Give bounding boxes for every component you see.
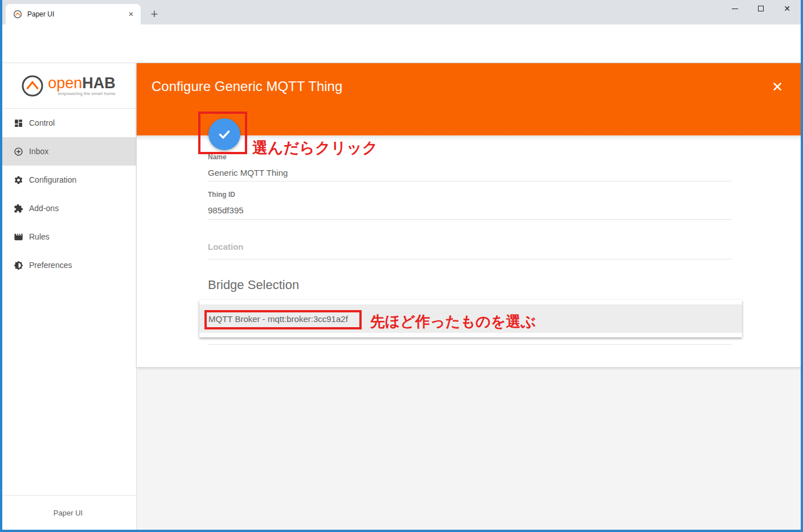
logo-open-text: open bbox=[48, 75, 82, 92]
annotation-text-bridge: 先ほど作ったものを選ぶ bbox=[370, 312, 536, 332]
gear-icon bbox=[14, 175, 23, 185]
bridge-field-underline bbox=[208, 344, 732, 345]
sidebar-item-label: Configuration bbox=[29, 175, 76, 184]
window-border-left bbox=[0, 0, 2, 532]
minimize-icon bbox=[732, 9, 738, 9]
name-field-input[interactable]: Generic MQTT Thing bbox=[208, 168, 288, 178]
puzzle-icon bbox=[14, 204, 23, 213]
dashboard-icon bbox=[14, 118, 23, 128]
sidebar-item-preferences[interactable]: Preferences bbox=[0, 251, 136, 279]
name-field-label: Name bbox=[208, 153, 227, 161]
maximize-icon bbox=[758, 6, 764, 11]
brightness-icon bbox=[14, 261, 23, 270]
tab-paper-ui[interactable]: Paper UI ✕ bbox=[6, 4, 141, 24]
annotation-box-fab bbox=[198, 112, 247, 154]
sidebar-item-rules[interactable]: Rules bbox=[0, 222, 136, 251]
sidebar-item-control[interactable]: Control bbox=[0, 109, 136, 137]
bridge-selection-heading: Bridge Selection bbox=[208, 278, 299, 292]
location-field-input[interactable]: Location bbox=[208, 242, 244, 251]
sidebar-item-label: Preferences bbox=[29, 261, 72, 270]
annotation-text-fab: 選んだらクリック bbox=[252, 138, 378, 158]
openhab-logo-icon bbox=[21, 74, 44, 98]
minimize-button[interactable] bbox=[722, 0, 748, 17]
sidebar-footer-label: Paper UI bbox=[54, 509, 83, 517]
movie-icon bbox=[14, 232, 23, 242]
navbar: 保護されていない通信 ⋮ bbox=[0, 24, 803, 44]
openhab-logo: openHAB empowering the smart home bbox=[0, 63, 136, 109]
location-field-underline bbox=[208, 259, 732, 259]
sidebar: openHAB empowering the smart home Contro… bbox=[0, 63, 137, 530]
new-tab-button[interactable]: + bbox=[146, 6, 163, 23]
browser-window: Paper UI ✕ + ✕ 保護されていない通信 ⋮ bbox=[0, 0, 803, 532]
sidebar-item-label: Rules bbox=[29, 232, 50, 241]
tab-title: Paper UI bbox=[27, 10, 54, 18]
bookmarks-bar: アプリ » bbox=[0, 44, 803, 63]
sidebar-footer: Paper UI bbox=[0, 495, 136, 530]
sidebar-item-configuration[interactable]: Configuration bbox=[0, 166, 136, 194]
sidebar-item-addons[interactable]: Add-ons bbox=[0, 194, 136, 222]
sidebar-item-label: Inbox bbox=[29, 147, 48, 156]
sidebar-item-inbox[interactable]: Inbox bbox=[0, 137, 136, 166]
logo-tagline: empowering the smart home bbox=[48, 91, 116, 96]
openhab-favicon-icon bbox=[13, 10, 22, 19]
name-field-underline bbox=[208, 181, 732, 182]
annotation-box-bridge bbox=[204, 310, 362, 329]
dialog-close-button[interactable]: ✕ bbox=[772, 80, 783, 94]
thing-id-field-input[interactable]: 985df395 bbox=[208, 205, 244, 215]
thing-id-field-underline bbox=[208, 219, 732, 220]
add-circle-icon bbox=[14, 147, 23, 156]
logo-hab-text: HAB bbox=[82, 75, 116, 92]
sidebar-item-label: Add-ons bbox=[29, 204, 59, 213]
window-border-bottom bbox=[0, 530, 803, 532]
sidebar-item-label: Control bbox=[29, 118, 55, 127]
window-border-right bbox=[801, 0, 803, 532]
maximize-button[interactable] bbox=[748, 0, 774, 17]
window-close-button[interactable]: ✕ bbox=[774, 0, 800, 17]
window-controls: ✕ bbox=[722, 0, 800, 17]
main-content: Configure Generic MQTT Thing ✕ 選んだらクリック … bbox=[137, 63, 801, 530]
thing-id-field-label: Thing ID bbox=[208, 191, 235, 199]
logo-text: openHAB empowering the smart home bbox=[48, 76, 116, 96]
titlebar: Paper UI ✕ + ✕ bbox=[0, 0, 803, 24]
tab-close-icon[interactable]: ✕ bbox=[128, 10, 134, 18]
dialog-title: Configure Generic MQTT Thing bbox=[151, 79, 342, 94]
close-icon: ✕ bbox=[784, 5, 790, 13]
